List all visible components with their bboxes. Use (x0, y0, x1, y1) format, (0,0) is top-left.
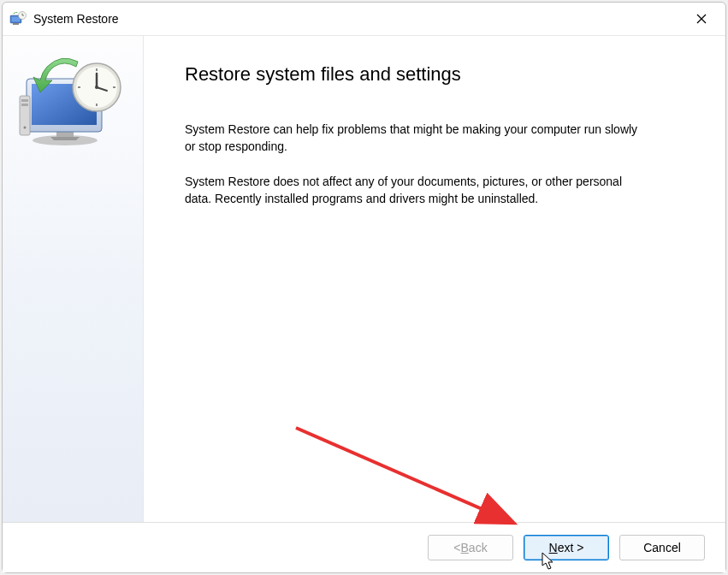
close-button[interactable] (684, 6, 719, 32)
description-paragraph-2: System Restore does not affect any of yo… (185, 174, 638, 207)
system-restore-dialog: System Restore (2, 2, 726, 573)
back-button: < Back (428, 535, 513, 560)
svg-line-27 (296, 428, 512, 522)
svg-rect-24 (21, 104, 28, 106)
restore-large-icon (18, 55, 127, 149)
svg-rect-2 (13, 23, 19, 25)
page-heading: Restore system files and settings (185, 63, 684, 86)
next-button[interactable]: Next > (524, 535, 609, 560)
svg-point-25 (24, 127, 27, 129)
svg-rect-23 (21, 99, 28, 102)
main-content: Restore system files and settings System… (144, 36, 725, 522)
description-paragraph-1: System Restore can help fix problems tha… (185, 122, 638, 155)
titlebar-left: System Restore (9, 11, 119, 27)
annotation-arrow-icon (289, 421, 529, 532)
sidebar (3, 36, 144, 522)
content-area: Restore system files and settings System… (3, 35, 725, 523)
button-bar: < Back Next > Cancel (3, 523, 725, 572)
window-title: System Restore (33, 12, 119, 26)
cancel-button[interactable]: Cancel (619, 535, 705, 560)
system-restore-icon (9, 11, 27, 27)
titlebar: System Restore (3, 3, 725, 35)
